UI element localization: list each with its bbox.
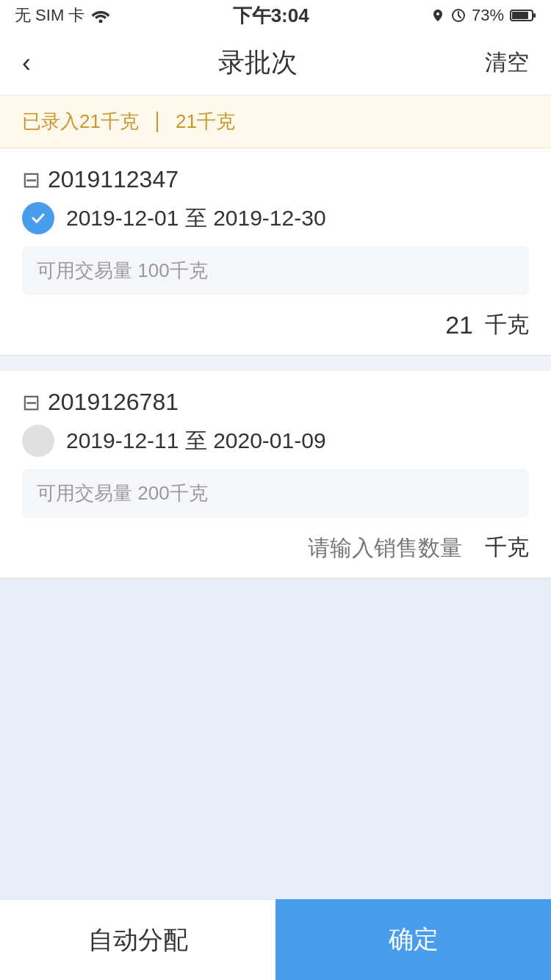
batch-2-avail-text: 可用交易量 200千克: [37, 482, 208, 504]
status-left: 无 SIM 卡: [15, 4, 111, 26]
status-time: 下午3:04: [233, 3, 309, 29]
page-title: 录批次: [218, 45, 298, 81]
batch-1-amount-unit: 千克: [485, 310, 529, 340]
batch-1-amount-value: 21: [445, 311, 473, 339]
batch-1-container: ⊟ 2019112347 2019-12-01 至 2019-12-30 可用交…: [0, 148, 551, 356]
confirm-button[interactable]: 确定: [276, 899, 551, 980]
batch-1-amount-row: 21 千克: [0, 295, 551, 356]
status-bar: 无 SIM 卡 下午3:04 73%: [0, 0, 551, 31]
wifi-icon: [90, 8, 111, 23]
batch-2-input-row: 千克: [0, 518, 551, 579]
nav-bar: ‹ 录批次 清空: [0, 31, 551, 96]
batch-2-date-row: 2019-12-11 至 2020-01-09: [22, 425, 529, 457]
recorded-amount: 已录入21千克: [22, 109, 139, 134]
total-amount: 21千克: [176, 109, 235, 134]
batch-2-item: ⊟ 2019126781 2019-12-11 至 2020-01-09 可用交…: [0, 371, 551, 518]
auto-distribute-button[interactable]: 自动分配: [0, 899, 276, 980]
batch-1-id: 2019112347: [48, 166, 179, 193]
batch-1-header: ⊟ 2019112347: [22, 166, 529, 193]
sim-label: 无 SIM 卡: [15, 4, 84, 26]
batch-1-date: 2019-12-01 至 2019-12-30: [66, 203, 326, 234]
check-icon: [29, 209, 47, 227]
batch-1-radio[interactable]: [22, 202, 54, 234]
svg-rect-3: [512, 12, 528, 19]
status-right: 73%: [431, 6, 536, 25]
batch-2-radio[interactable]: [22, 425, 54, 457]
svg-rect-4: [533, 13, 536, 18]
batch-2-qty-unit: 千克: [485, 533, 529, 563]
batch-1-icon: ⊟: [22, 167, 40, 192]
empty-area: [0, 579, 551, 902]
info-bar: 已录入21千克 21千克: [0, 96, 551, 148]
location-icon: [431, 8, 445, 23]
batch-2-date: 2019-12-11 至 2020-01-09: [66, 426, 326, 456]
batch-1-avail: 可用交易量 100千克: [22, 246, 529, 295]
batch-separator: [0, 356, 551, 371]
back-button[interactable]: ‹: [22, 48, 31, 79]
batch-1-avail-text: 可用交易量 100千克: [37, 259, 208, 281]
batch-2-id: 2019126781: [48, 389, 179, 416]
batch-2-avail: 可用交易量 200千克: [22, 469, 529, 518]
svg-point-0: [99, 20, 103, 24]
batch-2-header: ⊟ 2019126781: [22, 389, 529, 416]
clock-icon: [451, 8, 466, 23]
battery-text: 73%: [472, 6, 504, 25]
batch-1-date-row: 2019-12-01 至 2019-12-30: [22, 202, 529, 234]
clear-button[interactable]: 清空: [485, 48, 529, 78]
batch-2-qty-input[interactable]: [253, 536, 473, 561]
batch-1-item: ⊟ 2019112347 2019-12-01 至 2019-12-30 可用交…: [0, 148, 551, 295]
info-divider: [156, 112, 158, 132]
bottom-bar: 自动分配 确定: [0, 899, 551, 980]
batch-2-container: ⊟ 2019126781 2019-12-11 至 2020-01-09 可用交…: [0, 371, 551, 579]
batch-2-icon: ⊟: [22, 389, 40, 415]
battery-icon: [510, 9, 536, 22]
